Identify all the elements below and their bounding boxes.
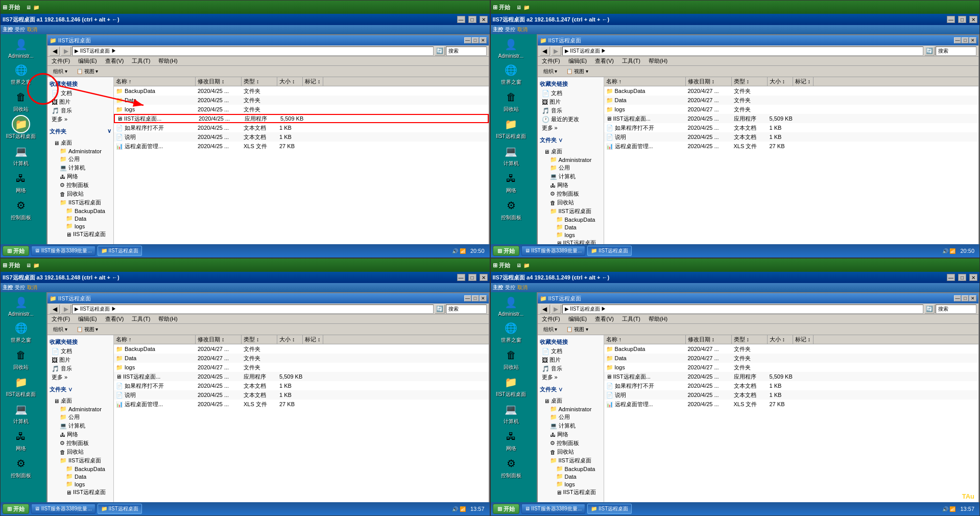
tree-logs-a2[interactable]: 📁logs <box>552 231 602 239</box>
col-size-a1[interactable]: 大小 ↕ <box>277 77 303 86</box>
tree-control-a4[interactable]: ⚙控制面板 <box>546 439 602 448</box>
sidebar-pic-a2[interactable]: 🖼图片 <box>540 98 602 106</box>
col-date-a3[interactable]: 修改日期 ↕ <box>196 335 242 344</box>
col-date-a2[interactable]: 修改日期 ↕ <box>686 77 732 86</box>
menu-tools-a4[interactable]: 工具(T) <box>620 315 642 323</box>
tree-data-a3[interactable]: 📁Data <box>62 473 111 480</box>
icon-network-a3[interactable]: 🖧 网络 <box>3 428 39 452</box>
rd-close-a3[interactable]: ✕ <box>480 274 488 281</box>
icon-iist-folder-a2[interactable]: 📁 IIST远程桌面 <box>493 116 530 140</box>
menu-help-a1[interactable]: 帮助(H) <box>156 57 179 65</box>
tree-backup-a3[interactable]: 📁BackupData <box>62 465 111 473</box>
exp-min-a2[interactable]: — <box>954 37 961 43</box>
rd-minimize-a2[interactable]: — <box>947 16 955 23</box>
menu-help-a3[interactable]: 帮助(H) <box>156 315 179 323</box>
file-row-backup-a4[interactable]: 📁BackupData 2020/4/27 ... 文件夹 <box>604 344 979 354</box>
icon-control-a4[interactable]: ⚙ 控制面板 <box>493 455 530 479</box>
icon-administrator-a4[interactable]: 👤 Administr... <box>493 294 530 317</box>
tree-public-a3[interactable]: 📁公用 <box>56 413 111 421</box>
tree-iist2-a1[interactable]: 🖥IIST远程桌面 <box>62 230 111 239</box>
file-row-data-a4[interactable]: 📁Data 2020/4/27 ... 文件夹 <box>604 354 979 363</box>
col-tag-a1[interactable]: 标记 ↕ <box>303 77 323 86</box>
rd-maximize-a2[interactable]: □ <box>958 16 966 23</box>
icon-computer-a3[interactable]: 💻 计算机 <box>3 401 39 425</box>
tree-data-a1[interactable]: 📁Data <box>62 215 111 222</box>
exp-min-a1[interactable]: — <box>464 37 471 43</box>
fwd-btn-a3[interactable]: ▶ <box>61 304 71 314</box>
sidebar-pic-a1[interactable]: 🖼图片 <box>50 98 111 106</box>
menu-edit-a3[interactable]: 编辑(E) <box>76 315 99 323</box>
tree-control-a2[interactable]: ⚙控制面板 <box>546 190 602 198</box>
col-name-a1[interactable]: 名称 ↑ <box>114 77 196 86</box>
icon-recycle-a3[interactable]: 🗑 回收站 <box>3 347 39 371</box>
menu-tools-a3[interactable]: 工具(T) <box>130 315 152 323</box>
tree-backup-a1[interactable]: 📁BackupData <box>62 207 111 215</box>
view-btn-a4[interactable]: 📋 视图 ▾ <box>563 325 592 334</box>
tree-admin-a1[interactable]: 📁Administrator <box>56 147 111 155</box>
sidebar-music-a2[interactable]: 🎵音乐 <box>540 106 602 115</box>
search-box-a2[interactable]: 搜索 <box>936 46 976 56</box>
taskbar-iist-desktop-a2[interactable]: 📁 IIST远程桌面 <box>587 246 632 256</box>
rd-minimize-a4[interactable]: — <box>947 274 955 281</box>
rd-close-a1[interactable]: ✕ <box>480 16 488 23</box>
rd-maximize-a4[interactable]: □ <box>958 274 966 281</box>
tree-desktop-a4[interactable]: 🖥桌面 <box>540 396 602 405</box>
refresh-btn-a3[interactable]: 🔄 <box>435 304 445 314</box>
file-row-readme-a1[interactable]: 📄说明 2020/4/25 ... 文本文档 1 KB <box>114 132 489 142</box>
file-row-data-a2[interactable]: 📁Data 2020/4/27 ... 文件夹 <box>604 96 979 105</box>
start-btn-a4[interactable]: ⊞ 开始 <box>493 504 519 514</box>
menu-view-a3[interactable]: 查看(V) <box>103 315 126 323</box>
file-row-logs-a1[interactable]: 📁logs 2020/4/25 ... 文件夹 <box>114 105 489 114</box>
col-name-a4[interactable]: 名称 ↑ <box>604 335 686 344</box>
file-row-backup-a1[interactable]: 📁BackupData 2020/4/25 ... 文件夹 <box>114 86 489 96</box>
sidebar-recent-a2[interactable]: 🕐最近的更改 <box>540 115 602 124</box>
file-row-logs-a4[interactable]: 📁logs 2020/4/27 ... 文件夹 <box>604 363 979 372</box>
file-row-xls-a2[interactable]: 📊远程桌面管理... 2020/4/25 ... XLS 文件 27 KB <box>604 142 979 151</box>
icon-recycle-a2[interactable]: 🗑 回收站 <box>493 89 530 113</box>
view-btn-a2[interactable]: 📋 视图 ▾ <box>563 67 592 76</box>
exp-close-a2[interactable]: ✕ <box>969 37 976 43</box>
exp-min-a4[interactable]: — <box>954 295 961 301</box>
file-row-backup-a2[interactable]: 📁BackupData 2020/4/27 ... 文件夹 <box>604 86 979 96</box>
address-bar-a3[interactable]: ▶ IIST远程桌面 ▶ <box>72 304 434 314</box>
icon-control-a3[interactable]: ⚙ 控制面板 <box>3 455 39 479</box>
start-btn-a1[interactable]: ⊞ 开始 <box>3 246 29 256</box>
start-btn-a2[interactable]: ⊞ 开始 <box>493 246 519 256</box>
col-date-a4[interactable]: 修改日期 ↕ <box>686 335 732 344</box>
tree-public-a1[interactable]: 📁公用 <box>56 155 111 163</box>
menu-edit-a2[interactable]: 编辑(E) <box>566 57 589 65</box>
tree-iist-a4[interactable]: 📁IIST远程桌面 <box>546 456 602 465</box>
file-row-cantopen-a3[interactable]: 📄如果程序打不开 2020/4/25 ... 文本文档 1 KB <box>114 381 489 390</box>
tree-desktop-a2[interactable]: 🖥桌面 <box>540 147 602 156</box>
tree-iist-a2[interactable]: 📁IIST远程桌面 <box>546 207 602 216</box>
file-row-backup-a3[interactable]: 📁BackupData 2020/4/27 ... 文件夹 <box>114 344 489 354</box>
file-row-logs-a2[interactable]: 📁logs 2020/4/27 ... 文件夹 <box>604 105 979 114</box>
col-name-a3[interactable]: 名称 ↑ <box>114 335 196 344</box>
icon-recycle-a1[interactable]: 🗑 回收站 <box>3 89 39 113</box>
tree-recycle-a2[interactable]: 🗑回收站 <box>546 198 602 207</box>
address-bar-a4[interactable]: ▶ IIST远程桌面 ▶ <box>562 304 924 314</box>
exp-max-a2[interactable]: □ <box>962 37 969 43</box>
refresh-btn-a2[interactable]: 🔄 <box>924 46 935 56</box>
icon-administrator-a3[interactable]: 👤 Administr... <box>3 294 39 317</box>
tree-iist2-a4[interactable]: 🖥IIST远程桌面 <box>552 488 602 497</box>
tree-admin-a4[interactable]: 📁Administrator <box>546 405 602 413</box>
tree-desktop-a1[interactable]: 🖥桌面 <box>50 138 111 147</box>
menu-edit-a1[interactable]: 编辑(E) <box>76 57 99 65</box>
icon-iist-folder-a4[interactable]: 📁 IIST远程桌面 <box>493 374 530 398</box>
icon-control-a2[interactable]: ⚙ 控制面板 <box>493 197 530 221</box>
tree-computer-a3[interactable]: 💻计算机 <box>56 421 111 430</box>
taskbar-iist-server-a4[interactable]: 🖥 IIST服务器3389批量... <box>521 504 586 514</box>
back-btn-a1[interactable]: ◀ <box>50 46 60 56</box>
col-date-a1[interactable]: 修改日期 ↕ <box>196 77 242 86</box>
file-row-readme-a2[interactable]: 📄说明 2020/4/25 ... 文本文档 1 KB <box>604 132 979 142</box>
fwd-btn-a1[interactable]: ▶ <box>61 46 71 56</box>
exp-close-a4[interactable]: ✕ <box>969 295 976 301</box>
icon-iist-folder-a1[interactable]: 📁 IIST远程桌面 <box>3 116 39 140</box>
file-row-iist-a3[interactable]: 🖥IIST远程桌面... 2020/4/25 ... 应用程序 5,509 KB <box>114 372 489 381</box>
file-row-iist-a1[interactable]: 🖥IIST远程桌面... 2020/4/25 ... 应用程序 5,509 KB <box>114 114 489 123</box>
refresh-btn-a4[interactable]: 🔄 <box>924 304 935 314</box>
icon-browser-a2[interactable]: 🌐 世界之窗 <box>493 62 530 86</box>
icon-network-a2[interactable]: 🖧 网络 <box>493 170 530 194</box>
tree-logs-a3[interactable]: 📁logs <box>62 480 111 488</box>
